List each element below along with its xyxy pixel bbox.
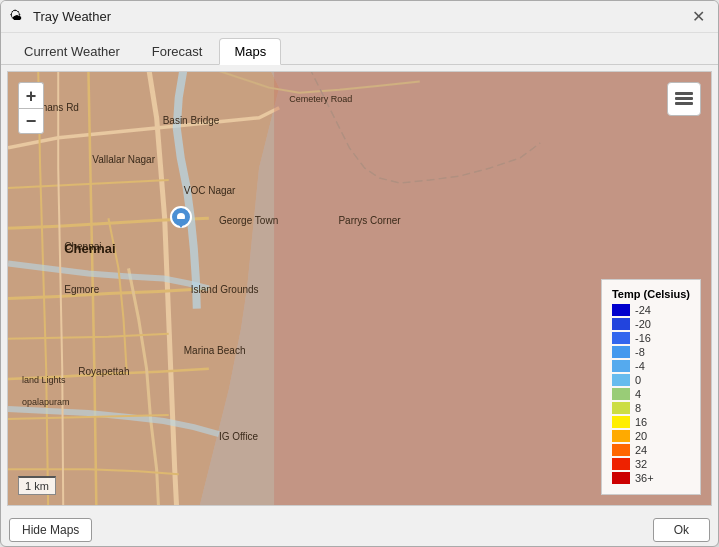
tab-maps[interactable]: Maps [219,38,281,65]
legend-color-swatch [612,444,630,456]
main-content: Basin Bridge Vallalar Nagar VOC Nagar Ge… [1,65,718,512]
legend-row: 36+ [612,472,690,484]
ok-button[interactable]: Ok [653,518,710,542]
tab-bar: Current Weather Forecast Maps [1,33,718,65]
legend-row: 32 [612,458,690,470]
temperature-legend: Temp (Celsius) -24-20-16-8-4048162024323… [601,279,701,495]
legend-value-label: 0 [635,374,641,386]
legend-row: -20 [612,318,690,330]
legend-color-swatch [612,332,630,344]
legend-color-swatch [612,374,630,386]
legend-row: 24 [612,444,690,456]
close-button[interactable]: ✕ [686,5,710,29]
legend-row: 0 [612,374,690,386]
svg-rect-6 [675,97,693,100]
legend-color-swatch [612,458,630,470]
legend-value-label: 8 [635,402,641,414]
legend-row: 16 [612,416,690,428]
tab-forecast[interactable]: Forecast [137,38,218,65]
app-window: 🌤 Tray Weather ✕ Current Weather Forecas… [0,0,719,547]
legend-value-label: 24 [635,444,647,456]
legend-color-swatch [612,360,630,372]
map-container: Basin Bridge Vallalar Nagar VOC Nagar Ge… [7,71,712,506]
svg-rect-7 [675,92,693,95]
tab-current-weather[interactable]: Current Weather [9,38,135,65]
zoom-in-button[interactable]: + [18,82,44,108]
titlebar: 🌤 Tray Weather ✕ [1,1,718,33]
layers-icon [673,88,695,110]
legend-value-label: 36+ [635,472,654,484]
legend-value-label: -16 [635,332,651,344]
legend-color-swatch [612,430,630,442]
legend-color-swatch [612,304,630,316]
legend-value-label: -8 [635,346,645,358]
layers-button[interactable] [667,82,701,116]
legend-row: -24 [612,304,690,316]
legend-color-swatch [612,416,630,428]
location-marker [170,206,192,239]
legend-color-swatch [612,472,630,484]
app-icon: 🌤 [9,8,27,26]
legend-row: 8 [612,402,690,414]
legend-title: Temp (Celsius) [612,288,690,300]
legend-value-label: 4 [635,388,641,400]
footer: Hide Maps Ok [1,512,718,546]
legend-color-swatch [612,402,630,414]
zoom-controls: + − [18,82,44,134]
legend-color-swatch [612,318,630,330]
legend-row: -16 [612,332,690,344]
legend-row: -8 [612,346,690,358]
legend-color-swatch [612,346,630,358]
legend-value-label: 20 [635,430,647,442]
hide-maps-button[interactable]: Hide Maps [9,518,92,542]
legend-row: 4 [612,388,690,400]
legend-color-swatch [612,388,630,400]
legend-value-label: -4 [635,360,645,372]
legend-value-label: -20 [635,318,651,330]
legend-value-label: 16 [635,416,647,428]
legend-row: 20 [612,430,690,442]
window-title: Tray Weather [33,9,686,24]
svg-rect-5 [675,102,693,105]
legend-value-label: 32 [635,458,647,470]
scale-indicator: 1 km [18,476,56,495]
legend-value-label: -24 [635,304,651,316]
legend-row: -4 [612,360,690,372]
zoom-out-button[interactable]: − [18,108,44,134]
